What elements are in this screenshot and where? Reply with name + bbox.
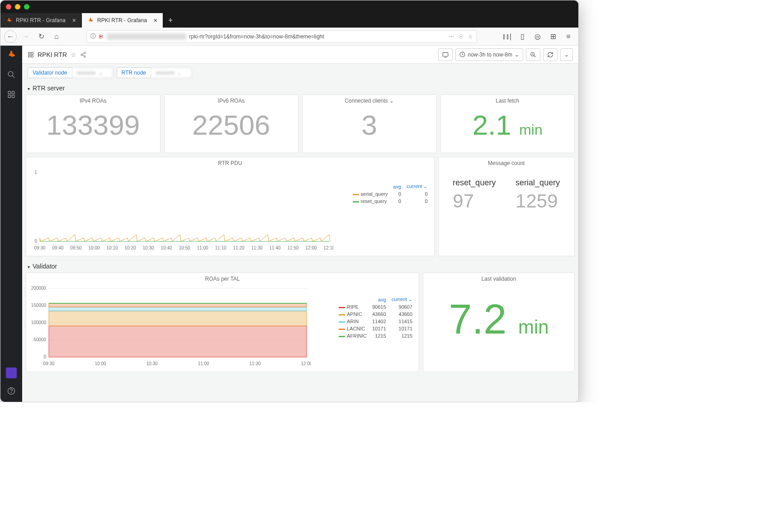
browser-tab[interactable]: RPKI RTR - Grafana × <box>0 13 82 28</box>
legend-row[interactable]: serial_query00 <box>350 190 430 198</box>
sidebar-icon[interactable]: ▯ <box>516 30 529 43</box>
svg-point-12 <box>84 52 86 54</box>
stat-panel-message-count[interactable]: Message count reset_query 97 serial_quer… <box>438 157 575 256</box>
home-button[interactable]: ⌂ <box>50 30 63 43</box>
help-icon[interactable] <box>6 386 17 396</box>
minimize-window-button[interactable] <box>15 4 20 9</box>
back-button[interactable]: ← <box>4 30 17 43</box>
library-icon[interactable]: ⫿⫿| <box>501 30 513 43</box>
legend-row[interactable]: reset_query00 <box>350 198 430 205</box>
variable-row: Validator node xxxxxxx ⌄ RTR node xxxxxx… <box>22 64 578 82</box>
variable-select[interactable]: xxxxxxx ⌄ <box>72 67 113 78</box>
legend-row[interactable]: LACNIC1017110171 <box>336 325 415 332</box>
chevron-down-icon: ⌄ <box>564 52 569 58</box>
svg-rect-11 <box>31 55 33 57</box>
time-range-picker[interactable]: now-3h to now-8m ⌄ <box>455 48 523 61</box>
panel-title: Connected clients ⌄ <box>303 95 436 107</box>
apps-icon[interactable]: ⊞ <box>547 30 559 43</box>
zoom-out-button[interactable] <box>526 48 540 61</box>
tracking-icon[interactable]: ⛨ <box>99 33 104 40</box>
new-tab-button[interactable]: + <box>163 13 178 28</box>
grafana-sidebar <box>0 46 22 402</box>
legend-row[interactable]: RIPE9061590607 <box>336 303 415 311</box>
close-window-button[interactable] <box>6 4 11 9</box>
dashboards-icon[interactable] <box>28 52 34 58</box>
maximize-window-button[interactable] <box>24 4 29 9</box>
variable-label: RTR node <box>117 67 151 78</box>
stat-panel-connected-clients[interactable]: Connected clients ⌄ 3 <box>302 94 437 153</box>
stat-panel-last-validation[interactable]: Last validation 7.2 min <box>423 273 575 372</box>
forward-button[interactable]: → <box>19 30 32 43</box>
stat-value: 1259 <box>515 190 560 212</box>
grafana-icon <box>6 17 12 24</box>
svg-text:10:40: 10:40 <box>161 245 172 250</box>
user-icon[interactable] <box>6 367 17 378</box>
panel-title: ROAs per TAL <box>26 273 419 285</box>
svg-rect-5 <box>12 95 14 98</box>
svg-text:150000: 150000 <box>31 303 47 308</box>
stat-label: reset_query <box>453 178 496 188</box>
stat-panel-ipv4-roas[interactable]: IPv4 ROAs 133399 <box>26 94 161 153</box>
dashboards-icon[interactable] <box>6 89 17 100</box>
bookmark-icon[interactable]: ☆ <box>468 33 473 40</box>
svg-text:11:40: 11:40 <box>269 245 280 250</box>
svg-text:10:50: 10:50 <box>179 245 190 250</box>
panel-title: Last validation <box>423 273 574 285</box>
dashboard-main: RPKI RTR ☆ now-3h to now-8m ⌄ <box>22 46 578 402</box>
more-icon[interactable]: ⋯ <box>449 33 454 40</box>
stat-value: 22506 <box>165 107 298 148</box>
svg-text:50000: 50000 <box>33 337 46 342</box>
svg-text:10:00: 10:00 <box>88 245 99 250</box>
address-bar: ← → ↻ ⌂ ⓘ ⛨ xxxxxxxxxxxxxxxx rpki-rtr?or… <box>0 28 578 46</box>
tab-title: RPKI RTR - Grafana <box>97 17 147 24</box>
url-input[interactable]: ⓘ ⛨ xxxxxxxxxxxxxxxx rpki-rtr?orgId=1&fr… <box>86 30 477 43</box>
svg-text:09:40: 09:40 <box>52 245 63 250</box>
svg-point-7 <box>11 392 12 393</box>
svg-text:12:00: 12:00 <box>301 361 311 366</box>
section-header[interactable]: Validator <box>22 260 578 273</box>
variable-select[interactable]: xxxxxxx ⌄ <box>151 67 192 78</box>
legend-row[interactable]: APNIC4366043660 <box>336 311 415 318</box>
browser-window: RPKI RTR - Grafana × RPKI RTR - Grafana … <box>0 0 579 402</box>
section-header[interactable]: RTR server <box>22 82 578 94</box>
svg-line-21 <box>534 55 536 57</box>
legend-row[interactable]: ARIN1140211415 <box>336 318 415 325</box>
svg-text:11:30: 11:30 <box>251 245 262 250</box>
search-icon[interactable] <box>6 69 17 80</box>
grafana-logo-icon[interactable] <box>6 49 17 60</box>
info-icon[interactable]: ⓘ <box>90 33 96 40</box>
svg-rect-61 <box>49 307 307 311</box>
svg-text:10:20: 10:20 <box>124 245 136 250</box>
time-range-label: now-3h to now-8m <box>468 52 512 58</box>
svg-text:10:30: 10:30 <box>142 245 154 250</box>
star-icon[interactable]: ☆ <box>71 51 76 58</box>
panel-title: IPv6 ROAs <box>165 95 298 107</box>
svg-rect-3 <box>12 91 14 94</box>
url-text: rpki-rtr?orgId=1&from=now-3h&to=now-8m&t… <box>189 33 324 40</box>
close-tab-icon[interactable]: × <box>72 17 76 24</box>
svg-point-0 <box>8 71 13 76</box>
stat-panel-ipv6-roas[interactable]: IPv6 ROAs 22506 <box>164 94 299 153</box>
svg-text:09:30: 09:30 <box>34 245 45 250</box>
tv-mode-button[interactable] <box>438 48 453 61</box>
svg-text:11:00: 11:00 <box>198 361 209 366</box>
titlebar <box>0 0 578 13</box>
svg-rect-8 <box>28 52 30 54</box>
chart-legend: avgcurrent ⌄RIPE9061590607APNIC436604366… <box>336 296 415 339</box>
account-icon[interactable]: ◎ <box>531 30 544 43</box>
legend-row[interactable]: AFRINIC12151215 <box>336 332 415 339</box>
menu-icon[interactable]: ≡ <box>562 30 575 43</box>
panel-title: IPv4 ROAs <box>26 95 160 107</box>
close-tab-icon[interactable]: × <box>154 17 157 24</box>
share-icon[interactable] <box>80 52 86 58</box>
chart-panel-roas-per-tal[interactable]: ROAs per TAL 05000010000015000020000009:… <box>26 273 419 372</box>
reload-button[interactable]: ↻ <box>35 30 47 43</box>
chart-panel-rtr-pdu[interactable]: RTR PDU 0109:3009:4009:5010:0010:1010:20… <box>26 157 435 256</box>
stat-panel-last-fetch[interactable]: Last fetch 2.1 min <box>440 94 575 153</box>
section-title: Validator <box>33 263 57 270</box>
browser-tab[interactable]: RPKI RTR - Grafana × <box>82 13 163 28</box>
refresh-button[interactable] <box>543 48 558 61</box>
reader-icon[interactable]: ☉ <box>458 33 463 40</box>
refresh-interval-button[interactable]: ⌄ <box>560 48 573 61</box>
svg-text:1: 1 <box>34 170 37 175</box>
